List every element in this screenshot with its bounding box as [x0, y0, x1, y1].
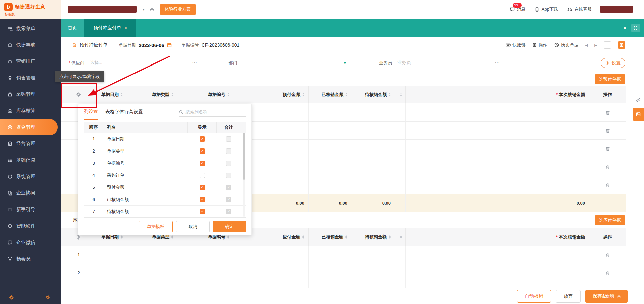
col-header-extra[interactable]	[395, 228, 406, 246]
col-header-pending[interactable]: 待核销金额	[352, 228, 395, 246]
salesman-field[interactable]: 业务员 ⋯	[396, 58, 502, 68]
sidebar-item-coins[interactable]: 资金管理	[0, 119, 58, 135]
total-checkbox[interactable]: ✓	[226, 197, 231, 202]
sort-icon[interactable]	[400, 235, 402, 239]
delete-row-icon[interactable]	[605, 128, 610, 133]
save-and-new-button[interactable]: 保存&新增	[585, 290, 628, 303]
doc-template-button[interactable]: 单据模板	[139, 221, 173, 232]
sidebar-item-bag[interactable]: 采购管理	[0, 86, 61, 102]
salesman-more-icon[interactable]: ⋯	[495, 60, 500, 66]
delete-row-icon[interactable]	[605, 164, 610, 170]
select-prepay-docs-button[interactable]: 选预付单据	[595, 74, 625, 84]
column-search-input[interactable]	[185, 109, 239, 114]
delete-row-icon[interactable]	[605, 252, 610, 258]
company-switcher-redacted[interactable]	[68, 6, 137, 13]
chevron-down-icon[interactable]: ▾	[143, 7, 145, 12]
total-checkbox[interactable]: ✓	[226, 209, 231, 214]
show-checkbox[interactable]: ✓	[200, 161, 205, 166]
sidebar-item-home[interactable]: 快捷导航	[0, 37, 61, 53]
image-drawer-button[interactable]	[633, 108, 644, 121]
shortcut-keys-button[interactable]: 快捷键	[505, 42, 526, 48]
industry-solution-button[interactable]: 体验行业方案	[160, 4, 196, 15]
popup-scrollbar[interactable]	[243, 133, 245, 217]
field-settings-button[interactable]: 设置	[601, 58, 625, 68]
sort-icon[interactable]	[400, 93, 402, 96]
total-checkbox[interactable]	[226, 161, 231, 166]
messages-button[interactable]: 99+ 消息	[509, 6, 526, 12]
col-header-written-off[interactable]: 已核销金额	[309, 228, 352, 246]
auto-writeoff-button[interactable]: 自动核销	[517, 290, 551, 303]
total-checkbox[interactable]	[226, 148, 231, 154]
sidebar-item-member[interactable]: 畅会员	[0, 251, 61, 267]
table-row[interactable]: 1	[61, 246, 626, 264]
col-header-written-off[interactable]: 已核销金额	[309, 86, 352, 103]
operation-menu-button[interactable]: 操作	[532, 42, 547, 48]
tab-close-icon[interactable]: ×	[124, 25, 127, 31]
list-view-toggle[interactable]	[604, 41, 611, 49]
online-service-button[interactable]: 在线客服	[567, 6, 592, 12]
total-checkbox[interactable]: ✓	[226, 185, 231, 190]
col-header-amount[interactable]: 应付金额	[260, 228, 309, 246]
next-doc-icon[interactable]: ▶	[594, 43, 597, 47]
confirm-button[interactable]: 确定	[213, 221, 246, 232]
topbar-gear-icon[interactable]	[149, 7, 155, 12]
tab-prepay-writeoff[interactable]: 预付冲应付单 ×	[84, 19, 136, 37]
sort-icon[interactable]	[389, 235, 391, 239]
close-all-tabs-icon[interactable]: ×	[623, 25, 627, 32]
col-header-number[interactable]: 单据编号	[204, 86, 260, 103]
cancel-button[interactable]: 取消	[176, 221, 210, 232]
show-checkbox[interactable]: ✓	[200, 197, 205, 202]
user-account-redacted[interactable]	[600, 6, 633, 13]
calendar-icon[interactable]	[167, 42, 172, 48]
fullscreen-icon[interactable]	[631, 24, 640, 32]
delete-row-icon[interactable]	[605, 110, 610, 115]
sort-icon[interactable]	[171, 93, 173, 96]
sort-icon[interactable]	[227, 93, 229, 96]
sort-icon[interactable]	[302, 93, 304, 96]
col-header-type[interactable]: 单据类型	[148, 86, 204, 103]
sort-icon[interactable]	[345, 235, 347, 239]
col-header-amount[interactable]: 预付金额	[260, 86, 309, 103]
link-drawer-button[interactable]	[633, 94, 644, 106]
sort-icon[interactable]	[302, 235, 304, 239]
department-field[interactable]: ▾	[241, 58, 348, 68]
sidebar-item-guide[interactable]: 新手引导	[0, 201, 61, 218]
department-chevron-down-icon[interactable]: ▾	[344, 60, 346, 66]
tab-font-row-settings[interactable]: 表格字体行高设置	[105, 104, 143, 120]
select-payable-docs-button[interactable]: 选应付单据	[595, 215, 625, 225]
sidebar-item-info-list[interactable]: 基础信息	[0, 152, 61, 168]
sort-icon[interactable]	[121, 93, 123, 96]
col-header-extra[interactable]	[395, 86, 406, 103]
supplier-field[interactable]: 选择... ⋯	[89, 58, 199, 68]
total-checkbox[interactable]	[226, 136, 231, 142]
sort-icon[interactable]	[389, 93, 391, 96]
scrollbar-thumb[interactable]	[243, 133, 245, 180]
sort-icon[interactable]	[345, 93, 347, 96]
tab-home[interactable]: 首页	[61, 19, 84, 37]
sidebar-item-report[interactable]: 经营管理	[0, 135, 61, 152]
col-header-pending[interactable]: 待核销金额	[352, 86, 395, 103]
doc-type-tab[interactable]: 预付冲应付单	[66, 37, 114, 53]
sidebar-item-wechat[interactable]: 企业微信	[0, 234, 61, 251]
delete-row-icon[interactable]	[605, 146, 610, 151]
history-docs-button[interactable]: 历史单据	[554, 42, 579, 48]
doc-date-value[interactable]: 2023-06-06	[139, 42, 164, 48]
settings-gear-icon[interactable]	[9, 295, 14, 300]
grid-view-toggle[interactable]	[618, 41, 625, 49]
supplier-more-icon[interactable]: ⋯	[192, 60, 197, 66]
prev-doc-icon[interactable]: ◀	[585, 43, 588, 47]
sidebar-item-menu-search[interactable]: 搜索菜单	[0, 20, 61, 37]
sidebar-item-medal[interactable]: 销售管理	[0, 70, 61, 86]
delete-row-icon[interactable]	[605, 182, 610, 188]
sidebar-item-system[interactable]: 系统管理	[0, 168, 61, 185]
sidebar-item-gift[interactable]: 营销推广	[0, 53, 61, 70]
sidebar-item-collab[interactable]: 企业协同	[0, 185, 61, 201]
sidebar-item-warehouse[interactable]: 库存核算	[0, 102, 61, 119]
show-checkbox[interactable]	[200, 173, 205, 178]
col-header-date[interactable]: 单据日期	[97, 86, 148, 103]
sidebar-item-hardware[interactable]: 智能硬件	[0, 218, 61, 234]
delete-row-icon[interactable]	[605, 270, 610, 276]
announcement-volume-icon[interactable]	[45, 295, 51, 300]
show-checkbox[interactable]: ✓	[200, 148, 205, 154]
app-download-button[interactable]: App下载	[534, 6, 558, 12]
